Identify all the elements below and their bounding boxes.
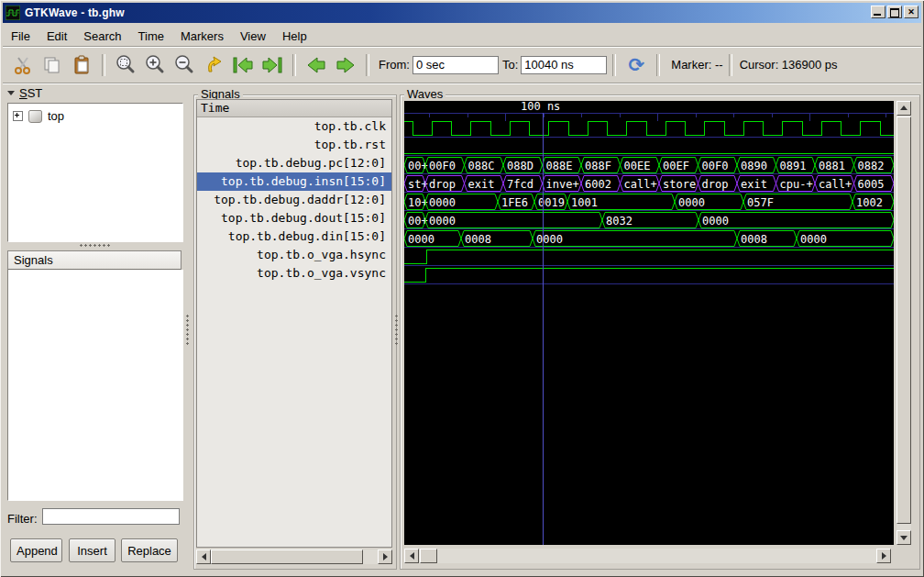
signal-row[interactable]: top.tb.debug.daddr[12:0] — [197, 191, 391, 209]
svg-text:st+: st+ — [408, 178, 428, 191]
svg-text:exit: exit — [741, 178, 767, 191]
close-button[interactable]: ✕ — [904, 6, 918, 18]
waves-vscrollbar[interactable] — [896, 101, 911, 545]
scroll-down-icon[interactable] — [896, 530, 911, 545]
scrollbar-thumb[interactable] — [420, 549, 437, 563]
menu-markers[interactable]: Markers — [172, 28, 232, 45]
sst-signals-header[interactable]: Signals — [7, 250, 182, 271]
signal-row[interactable]: top.tb.clk — [197, 117, 391, 136]
to-end-icon[interactable] — [260, 53, 284, 77]
pane-splitter-handle[interactable] — [394, 314, 399, 345]
zoom-in-icon[interactable] — [143, 53, 167, 77]
waves-hscrollbar[interactable] — [404, 549, 891, 563]
insert-button[interactable]: Insert — [69, 538, 116, 562]
paste-icon[interactable] — [70, 53, 94, 77]
app-logo-icon — [6, 6, 20, 20]
signal-row[interactable]: top.tb.debug.din[15:0] — [197, 227, 391, 246]
from-label: From: — [379, 58, 410, 72]
waveform-canvas[interactable]: 100 ns00+00F0088C088D088E088F00EE00EF00F… — [404, 101, 894, 545]
menu-view[interactable]: View — [232, 28, 274, 45]
toolbar-separator — [366, 54, 369, 76]
append-button[interactable]: Append — [10, 538, 62, 562]
sst-expander[interactable]: SST — [7, 86, 42, 100]
menu-time[interactable]: Time — [130, 28, 172, 45]
scroll-up-icon[interactable] — [896, 101, 911, 116]
signal-row[interactable]: top.tb.o_vga.hsync — [197, 246, 391, 264]
svg-text:1002: 1002 — [856, 196, 883, 209]
pane-splitter-handle[interactable] — [185, 314, 190, 345]
reload-icon[interactable]: ⟳ — [624, 53, 648, 77]
zoom-out-icon[interactable] — [172, 53, 196, 77]
copy-icon[interactable] — [40, 53, 64, 77]
svg-text:0000: 0000 — [429, 196, 456, 209]
sst-tree[interactable]: top — [7, 103, 183, 242]
svg-text:00F0: 00F0 — [702, 160, 729, 172]
to-input[interactable] — [521, 56, 607, 74]
scrollbar-thumb[interactable] — [211, 549, 363, 564]
waves-frame-label: Waves — [404, 87, 446, 101]
from-input[interactable] — [412, 56, 499, 74]
toolbar-separator — [292, 54, 296, 76]
scroll-left-icon[interactable] — [404, 549, 419, 563]
svg-text:0881: 0881 — [819, 160, 845, 172]
status-separator — [729, 54, 732, 76]
zoom-undo-icon[interactable] — [202, 53, 226, 77]
menu-search[interactable]: Search — [75, 28, 129, 45]
zoom-fit-icon[interactable] — [114, 53, 138, 77]
svg-text:call+: call+ — [819, 178, 852, 191]
filter-input[interactable] — [42, 508, 180, 525]
prev-edge-icon[interactable] — [304, 53, 328, 77]
svg-text:0000: 0000 — [429, 215, 456, 227]
svg-text:inve+: inve+ — [546, 178, 579, 191]
svg-text:00F0: 00F0 — [429, 160, 456, 172]
signal-name-list[interactable]: Time top.tb.clk top.tb.rst top.tb.debug.… — [196, 99, 392, 548]
signal-row[interactable]: top.tb.debug.pc[12:0] — [197, 154, 391, 172]
signal-row[interactable]: top.tb.debug.dout[15:0] — [197, 209, 391, 227]
svg-text:088D: 088D — [507, 160, 534, 172]
signal-row[interactable]: top.tb.rst — [197, 136, 391, 154]
menu-file[interactable]: File — [3, 28, 38, 45]
window-title: GTKWave - tb.ghw — [25, 6, 125, 19]
svg-text:0008: 0008 — [741, 233, 767, 246]
sst-signals-list[interactable] — [7, 270, 183, 501]
scroll-right-icon[interactable] — [876, 549, 891, 563]
to-start-icon[interactable] — [231, 53, 255, 77]
menu-edit[interactable]: Edit — [38, 28, 75, 45]
expander-arrow-icon — [7, 91, 15, 95]
time-column-header[interactable]: Time — [197, 100, 391, 117]
toolbar-separator — [102, 54, 105, 76]
waves-frame: Waves 100 ns00+00F0088C088D088E088F00EE0… — [400, 94, 920, 570]
svg-text:1FE6: 1FE6 — [501, 196, 528, 209]
title-bar[interactable]: GTKWave - tb.ghw ✕ — [3, 3, 921, 23]
expand-plus-icon[interactable] — [13, 111, 23, 121]
maximize-button[interactable] — [887, 6, 902, 18]
signal-row-selected[interactable]: top.tb.debug.insn[15:0] — [197, 172, 391, 191]
svg-text:0000: 0000 — [678, 196, 705, 209]
minimize-button[interactable] — [871, 6, 886, 18]
scroll-right-icon[interactable] — [378, 549, 392, 564]
cut-icon[interactable] — [11, 53, 35, 77]
signal-row[interactable]: top.tb.o_vga.vsync — [197, 264, 391, 283]
signals-hscrollbar[interactable] — [196, 549, 392, 564]
cursor-status: Cursor: 136900 ps — [740, 58, 838, 72]
svg-text:00+: 00+ — [408, 215, 428, 227]
tree-item-top[interactable]: top — [13, 109, 182, 123]
module-icon — [28, 110, 42, 123]
sst-label: ST — [28, 86, 43, 100]
svg-text:6002: 6002 — [585, 178, 611, 191]
scrollbar-thumb[interactable] — [896, 117, 911, 524]
svg-text:088F: 088F — [585, 160, 611, 172]
scroll-left-icon[interactable] — [196, 549, 211, 564]
next-edge-icon[interactable] — [334, 53, 358, 77]
marker-status: Marker: -- — [671, 58, 722, 72]
svg-text:store: store — [663, 178, 696, 191]
svg-text:00EF: 00EF — [663, 160, 689, 172]
menu-help[interactable]: Help — [274, 28, 315, 45]
svg-text:drop: drop — [702, 178, 729, 191]
svg-text:exit: exit — [468, 178, 495, 191]
replace-button[interactable]: Replace — [121, 538, 178, 562]
svg-text:10+: 10+ — [408, 196, 428, 209]
horizontal-splitter-handle[interactable] — [79, 243, 110, 248]
svg-text:0019: 0019 — [538, 196, 565, 209]
svg-text:00+: 00+ — [408, 160, 428, 172]
